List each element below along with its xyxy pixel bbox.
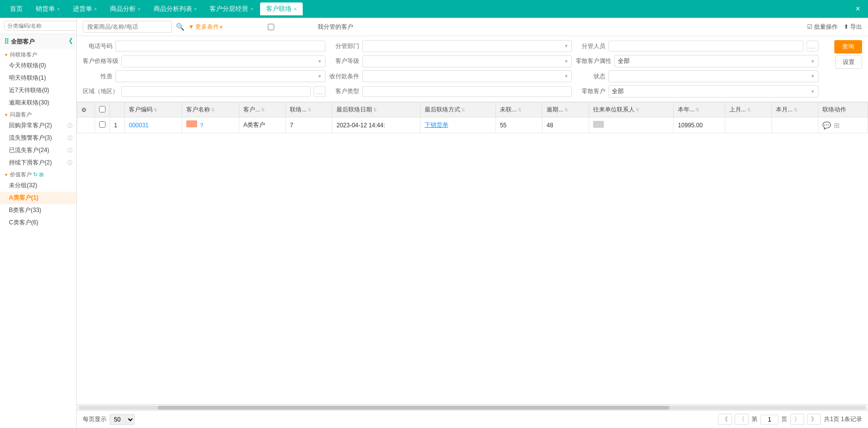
sidebar-item-overdue-contact[interactable]: 逾期未联络(30) xyxy=(0,97,76,109)
name-color-dot xyxy=(186,120,197,127)
search-input[interactable] xyxy=(83,21,172,33)
payment-select[interactable]: ▼ xyxy=(362,70,572,82)
first-page-button[interactable]: 《 xyxy=(718,414,732,425)
nav-purchase-order[interactable]: 进货单 × xyxy=(67,2,103,15)
my-customers-checkbox[interactable] xyxy=(226,24,316,30)
close-product-list-icon[interactable]: × xyxy=(194,6,197,12)
settings-button[interactable]: 设置 xyxy=(835,55,862,69)
horizontal-scrollbar[interactable] xyxy=(77,404,868,410)
sidebar-item-churned[interactable]: 已流失客户(24) ⓘ xyxy=(0,144,76,157)
close-purchase-order-icon[interactable]: × xyxy=(94,6,97,12)
th-settings[interactable]: ⚙ xyxy=(77,103,95,117)
sidebar-item-7days-contact[interactable]: 近7天待联络(0) xyxy=(0,84,76,97)
region-dots-icon[interactable]: … xyxy=(314,86,326,97)
manager-dots-icon[interactable]: … xyxy=(807,41,818,52)
last-method-link[interactable]: 下销货单 xyxy=(425,121,448,128)
scrollbar-thumb[interactable] xyxy=(158,406,669,410)
next-page-button[interactable]: 〉 xyxy=(790,414,804,425)
customer-type-input[interactable] xyxy=(362,86,572,97)
sidebar-item-unclassified[interactable]: 未分组(32) xyxy=(0,179,76,192)
cell-no-contact: 55 xyxy=(496,117,542,133)
sparse-customer-select[interactable]: 全部 ▼ xyxy=(608,85,818,98)
sidebar-item-tomorrow-contact[interactable]: 明天待联络(1) xyxy=(0,72,76,84)
refresh-icon[interactable]: ↻ xyxy=(33,171,38,178)
manager-input[interactable] xyxy=(608,41,804,52)
region-input[interactable] xyxy=(121,86,311,97)
customer-name-text[interactable]: ？ xyxy=(199,122,205,129)
advanced-filter: 电话号码 分管部门 ▼ 分管人员 xyxy=(77,36,868,102)
close-product-analysis-icon[interactable]: × xyxy=(138,6,141,12)
close-sales-order-icon[interactable]: × xyxy=(57,6,60,12)
cell-code[interactable]: 000031 xyxy=(125,117,182,133)
sidebar-item-class-c[interactable]: C类客户(6) xyxy=(0,216,76,229)
last-page-button[interactable]: 》 xyxy=(807,414,821,425)
nav-customer-contact[interactable]: 客户联络 × xyxy=(260,2,303,15)
sidebar-content: ⠿ 全部客户 《 ▼ 待联络客户 今天待联络(0) 明天待联络(1) 近7天待联… xyxy=(0,34,76,428)
cell-no: 1 xyxy=(110,117,125,133)
nav-product-analysis-list[interactable]: 商品分析列表 × xyxy=(148,2,203,15)
sidebar-item-repurchase-abnormal[interactable]: 回购异常客户(2) ⓘ xyxy=(0,119,76,132)
filter-status: 状态 ▼ xyxy=(576,70,818,82)
sparse-attr-select[interactable]: 全部 ▼ xyxy=(614,55,818,67)
export-icon: ⬆ xyxy=(844,23,849,30)
customer-table: ⚙ 客户编码⇅ 客户名称⇅ 客户...⇅ 联络...⇅ 最后联络日期⇅ 最后联络… xyxy=(77,102,868,133)
status-select[interactable]: ▼ xyxy=(608,70,818,82)
nav-home[interactable]: 首页 xyxy=(4,2,29,15)
sidebar-item-class-a[interactable]: A类客户(1) xyxy=(0,192,76,204)
filter-row-1: 电话号码 分管部门 ▼ 分管人员 xyxy=(83,40,818,52)
filter-price-level: 客户价格等级 ▼ xyxy=(83,55,326,67)
close-customer-segment-icon[interactable]: × xyxy=(250,6,253,12)
sort-last-month-icon: ⇅ xyxy=(747,107,751,112)
page-number-input[interactable] xyxy=(760,415,778,425)
th-no xyxy=(110,103,125,117)
cell-last-date: 2023-04-12 14:44: xyxy=(332,117,420,133)
close-customer-contact-icon[interactable]: × xyxy=(294,6,297,12)
select-all-checkbox[interactable] xyxy=(99,106,106,112)
sidebar-all-customers[interactable]: ⠿ 全部客户 《 xyxy=(0,34,76,49)
customer-level-label: 客户等级 xyxy=(329,57,359,65)
sidebar-item-declining[interactable]: 持续下滑客户(2) ⓘ xyxy=(0,157,76,169)
cell-type: A类客户 xyxy=(239,117,286,133)
th-customer-code: 客户编码⇅ xyxy=(125,103,182,117)
sidebar-search-input[interactable] xyxy=(4,21,77,31)
query-button[interactable]: 查询 xyxy=(834,40,862,54)
nav-customer-segment[interactable]: 客户分层经营 × xyxy=(204,2,259,15)
batch-operation-button[interactable]: ☑ 批量操作 xyxy=(807,23,838,31)
table-settings-icon[interactable]: ⚙ xyxy=(81,107,87,113)
dept-select[interactable]: ▼ xyxy=(362,40,572,52)
cell-settings xyxy=(77,117,95,133)
prev-page-button[interactable]: 〈 xyxy=(735,414,749,425)
cell-actions: 💬 ⊞ xyxy=(818,117,868,133)
contact-person-dot xyxy=(593,121,604,128)
phone-input[interactable] xyxy=(115,41,326,52)
cell-this-month xyxy=(771,117,818,133)
price-level-select[interactable]: ▼ xyxy=(121,55,326,67)
sidebar-item-churn-warning[interactable]: 流失预警客户(3) ⓘ xyxy=(0,132,76,144)
sidebar-item-today-contact[interactable]: 今天待联络(0) xyxy=(0,59,76,72)
export-button[interactable]: ⬆ 导出 xyxy=(844,23,862,31)
customer-level-select[interactable]: ▼ xyxy=(362,55,572,67)
sidebar-item-class-b[interactable]: B类客户(33) xyxy=(0,204,76,216)
chat-action-icon[interactable]: 💬 xyxy=(822,121,831,129)
grid-action-icon[interactable]: ⊞ xyxy=(834,121,840,129)
nature-select[interactable]: ▼ xyxy=(115,70,326,82)
dept-select-arrow-icon: ▼ xyxy=(564,44,568,49)
filter-bar: 🔍 ▼ 更多条件 ▾ 我分管的客户 ☑ 批量操作 ⬆ 导出 xyxy=(77,18,868,36)
my-customers-filter[interactable]: 我分管的客户 xyxy=(226,23,353,31)
sort-overdue-icon: ⇅ xyxy=(564,107,568,112)
more-conditions-button[interactable]: ▼ 更多条件 ▾ xyxy=(188,23,222,31)
filter-payment: 收付款条件 ▼ xyxy=(329,70,572,82)
nav-product-analysis[interactable]: 商品分析 × xyxy=(104,2,147,15)
filter-search-icon[interactable]: 🔍 xyxy=(176,23,184,31)
per-page-select[interactable]: 50 100 200 xyxy=(109,414,135,425)
nav-sales-order[interactable]: 销货单 × xyxy=(30,2,66,15)
triangle-icon2: ▼ xyxy=(4,112,8,117)
collapse-sidebar-icon[interactable]: 《 xyxy=(65,37,72,46)
edit-group-icon[interactable]: ⊞ xyxy=(39,171,44,178)
th-contact-count: 联络...⇅ xyxy=(286,103,332,117)
sparse-customer-arrow-icon: ▼ xyxy=(811,89,815,94)
window-close-button[interactable]: × xyxy=(852,4,864,13)
row-checkbox[interactable] xyxy=(99,121,106,128)
sort-method-icon: ⇅ xyxy=(461,107,465,112)
filter-row-4: 区域（地区） … 客户类型 零散客户 全部 ▼ xyxy=(83,85,818,98)
